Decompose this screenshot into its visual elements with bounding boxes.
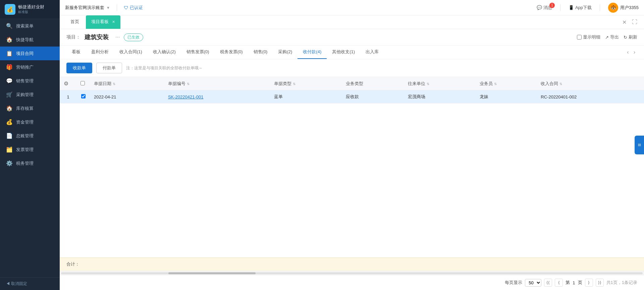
sub-tab-nav: ‹ ›: [625, 48, 637, 57]
sidebar-item-general-ledger[interactable]: 📄 总账管理: [0, 129, 60, 143]
total-pages-info: 共1页，1条记录: [606, 280, 637, 286]
user-menu[interactable]: 🐯 用户3355: [608, 3, 639, 13]
refresh-button[interactable]: ↻ 刷新: [624, 34, 637, 40]
sidebar-item-inventory[interactable]: 🏠 库存核算: [0, 101, 60, 115]
workspace-selector[interactable]: 新服务官网演示账套 ▼: [65, 5, 110, 11]
number-column-header[interactable]: 单据编号 ⇅: [164, 77, 270, 90]
row-biz-type: 应收款: [342, 90, 404, 103]
sub-tab-kanban[interactable]: 看板: [66, 46, 86, 59]
sidebar-item-invoice[interactable]: 🗂️ 发票管理: [0, 143, 60, 156]
checkbox-column-header: [76, 77, 90, 90]
salesperson-column-header[interactable]: 业务员 ⇅: [476, 77, 537, 90]
sort-icon-4: ⇅: [427, 82, 429, 86]
message-button[interactable]: 💬 消息 1: [537, 5, 552, 11]
search-icon: 🔍: [6, 23, 13, 29]
sub-tab-income-confirm[interactable]: 收入确认(2): [148, 46, 181, 59]
sub-tab-tax-invoice[interactable]: 税务发票(0): [215, 46, 248, 59]
partner-column-header[interactable]: 往来单位 ⇅: [404, 77, 476, 90]
sidebar-item-label: 搜索菜单: [16, 23, 34, 29]
unpin-label: ◀︎ 取消固定: [6, 281, 27, 287]
sidebar-item-quick-nav[interactable]: 🏠 快捷导航: [0, 33, 60, 47]
settings-icon[interactable]: ⚙: [64, 81, 68, 86]
sort-icon-3: ⇅: [293, 82, 296, 86]
sub-tab-prev-button[interactable]: ‹: [625, 48, 631, 57]
sub-tab-kanban-label: 看板: [72, 49, 80, 54]
sub-tab-sales-label: 销售(0): [254, 49, 268, 54]
per-page-label: 每页显示: [505, 280, 522, 286]
certified-badge: 🛡 已认证: [124, 5, 143, 11]
sidebar-item-label: 资金管理: [16, 119, 34, 125]
select-all-checkbox[interactable]: [80, 81, 85, 85]
table-row: 1 2022-04-21 SK-20220421-001 蓝单 应收款 宏茂商场…: [60, 90, 644, 103]
warehouse-icon: 🏠: [6, 105, 13, 112]
sidebar-item-sales[interactable]: 💬 销售管理: [0, 74, 60, 88]
show-detail-checkbox[interactable]: [577, 35, 582, 40]
row-checkbox[interactable]: [81, 94, 86, 98]
income-contract-column-header[interactable]: 收入合同 ⇅: [537, 77, 644, 90]
row-index: 1: [60, 90, 76, 103]
row-number-link[interactable]: SK-20220421-001: [168, 94, 204, 99]
phone-icon: 📱: [569, 5, 574, 10]
right-sidebar-button[interactable]: ≡: [635, 136, 644, 154]
show-detail-toggle[interactable]: 显示明细: [577, 34, 600, 40]
prev-page-button[interactable]: ⟨: [555, 279, 563, 287]
date-column-header[interactable]: 单据日期 ⇅: [90, 77, 164, 90]
more-options-button[interactable]: ···: [115, 34, 120, 40]
page-actions: 显示明细 ↗ 导出 ↻ 刷新: [577, 34, 637, 40]
income-contract-column-label: 收入合同: [541, 81, 558, 86]
sidebar-item-search[interactable]: 🔍 搜索菜单: [0, 19, 60, 33]
expand-window-button[interactable]: ⛶: [631, 18, 639, 27]
page-prefix: 第: [566, 280, 570, 286]
tab-close-icon[interactable]: ✕: [112, 20, 115, 24]
sidebar-item-purchase[interactable]: 🛒 采购管理: [0, 88, 60, 101]
table-scrollbar[interactable]: [60, 271, 644, 275]
refresh-icon: ↻: [624, 35, 627, 40]
sub-tab-other-expense[interactable]: 其他收支(1): [327, 46, 360, 59]
per-page-select[interactable]: 50: [525, 279, 541, 287]
type-column-header[interactable]: 单据类型 ⇅: [270, 77, 342, 90]
last-page-button[interactable]: ⟩⟩: [596, 279, 604, 287]
export-icon: ↗: [605, 35, 609, 40]
sidebar-item-project-contract[interactable]: 📋 项目合同: [0, 47, 60, 60]
sub-tab-in-out[interactable]: 出入库: [360, 46, 384, 59]
sub-tab-payment[interactable]: 收付款(4): [298, 46, 327, 59]
sub-tab-income-contract[interactable]: 收入合同(1): [114, 46, 148, 59]
unpin-button[interactable]: ◀︎ 取消固定: [0, 277, 60, 290]
sub-tab-next-button[interactable]: ›: [632, 48, 637, 57]
sort-icon-6: ⇅: [559, 82, 562, 86]
app-download-button[interactable]: 📱 App下载: [569, 5, 592, 11]
sidebar-item-capital[interactable]: 💰 资金管理: [0, 115, 60, 129]
sub-tab-profit[interactable]: 盈利分析: [86, 46, 114, 59]
row-number: SK-20220421-001: [164, 90, 270, 103]
partner-column-label: 往来单位: [408, 81, 425, 86]
close-window-button[interactable]: ✕: [621, 18, 628, 27]
sub-tab-purchase[interactable]: 采购(2): [273, 46, 298, 59]
last-icon: ⟩⟩: [598, 280, 601, 285]
receipt-filter-button[interactable]: 收款单: [66, 63, 92, 73]
sub-tab-sales-invoice[interactable]: 销售发票(0): [181, 46, 215, 59]
money-icon: 💰: [6, 119, 13, 125]
row-checkbox-cell: [76, 90, 90, 103]
home-icon: 🏠: [6, 37, 13, 43]
first-icon: ⟨⟨: [546, 280, 550, 285]
sidebar-item-label: 库存核算: [16, 105, 34, 112]
first-page-button[interactable]: ⟨⟨: [544, 279, 552, 287]
tab-project-board[interactable]: 项目看板 ✕: [86, 15, 120, 29]
export-button[interactable]: ↗ 导出: [605, 34, 619, 40]
sidebar-item-marketing[interactable]: 🎁 营销推广: [0, 60, 60, 74]
app-download-label: App下载: [575, 5, 592, 11]
sidebar-item-tax[interactable]: ⚙️ 税务管理: [0, 156, 60, 170]
scrollbar-thumb[interactable]: [168, 272, 256, 274]
settings-column-header[interactable]: ⚙: [60, 77, 76, 90]
tab-home[interactable]: 首页: [65, 15, 85, 29]
payment-filter-button[interactable]: 付款单: [96, 63, 122, 73]
next-page-button[interactable]: ⟩: [585, 279, 593, 287]
prev-icon: ⟨: [558, 280, 560, 285]
row-type: 蓝单: [270, 90, 342, 103]
page-status-badge: 已生效: [124, 33, 143, 41]
sidebar-item-label: 销售管理: [16, 78, 34, 84]
page-content: 项目： 建筑安装 ··· 已生效 显示明细 ↗ 导出 ↻ 刷新: [60, 29, 644, 290]
ledger-icon: 📄: [6, 133, 13, 139]
export-label: 导出: [610, 34, 619, 40]
sub-tab-sales[interactable]: 销售(0): [248, 46, 273, 59]
